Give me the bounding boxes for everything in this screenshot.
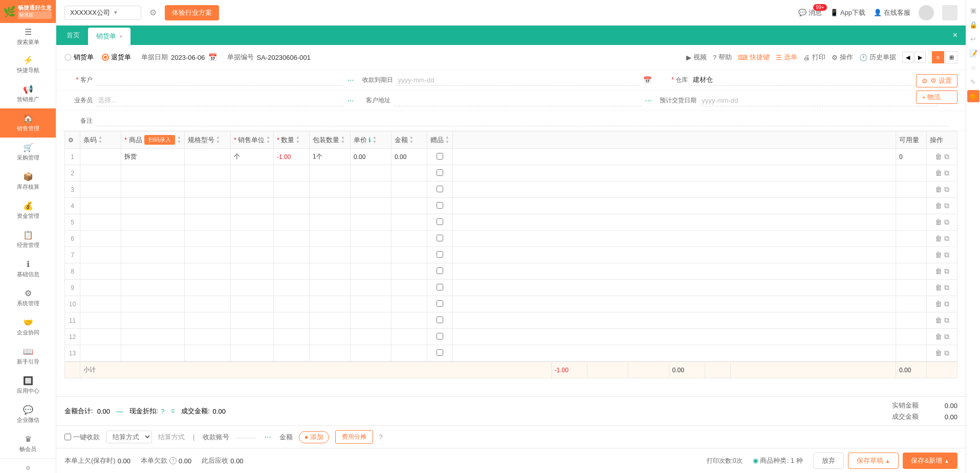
row-gift[interactable] — [427, 165, 452, 182]
sidebar-settings-btn[interactable]: ⚙ — [0, 462, 56, 473]
row-barcode[interactable] — [80, 296, 121, 312]
row-delete-icon[interactable]: 🗑 — [935, 234, 942, 243]
prev-arrow[interactable]: ◀ — [902, 52, 913, 63]
row-spec[interactable] — [184, 296, 230, 312]
right-icon-2[interactable]: 🔒 — [967, 18, 979, 31]
salesperson-dotted-btn[interactable]: ··· — [347, 96, 354, 105]
sidebar-item-quick-nav[interactable]: ⚡ 快捷导航 — [0, 50, 56, 79]
account-dotted-btn[interactable]: ··· — [262, 433, 273, 442]
row-pack-qty[interactable] — [309, 165, 350, 182]
print-action[interactable]: 🖨 打印 — [803, 53, 825, 62]
row-delete-icon[interactable]: 🗑 — [935, 169, 942, 177]
list-view-icon[interactable]: ≡ — [932, 51, 944, 63]
expense-help-icon[interactable]: ? — [379, 433, 383, 441]
save-draft-button[interactable]: 保存草稿 ▲ — [848, 453, 899, 469]
discard-button[interactable]: 放弃 — [813, 453, 844, 469]
row-qty[interactable] — [273, 231, 309, 247]
row-unit[interactable] — [230, 345, 273, 362]
customer-input[interactable] — [96, 75, 344, 86]
row-barcode[interactable] — [80, 231, 121, 247]
row-delete-icon[interactable]: 🗑 — [935, 332, 942, 341]
row-price[interactable] — [350, 182, 391, 198]
row-qty[interactable] — [273, 263, 309, 280]
radio-sales-order[interactable]: 销货单 — [64, 53, 94, 62]
row-product[interactable]: 拆货 — [121, 149, 185, 165]
row-product[interactable] — [121, 280, 185, 296]
right-icon-6[interactable]: ✎ — [967, 76, 979, 88]
one-click-payment-check[interactable] — [64, 434, 71, 440]
row-delete-icon[interactable]: 🗑 — [935, 300, 942, 308]
row-amount[interactable] — [391, 263, 427, 280]
row-amount[interactable] — [391, 231, 427, 247]
user-menu-btn[interactable] — [942, 5, 957, 20]
row-amount[interactable] — [391, 182, 427, 198]
row-barcode[interactable] — [80, 149, 121, 165]
row-pack-qty[interactable] — [309, 345, 350, 362]
settlement-method-select[interactable]: 结算方式 — [106, 431, 152, 443]
row-copy-icon[interactable]: ⧉ — [944, 201, 949, 210]
row-price[interactable] — [350, 329, 391, 345]
row-gift[interactable] — [427, 214, 452, 231]
tab-home[interactable]: 首页 — [58, 26, 88, 45]
row-barcode[interactable] — [80, 345, 121, 362]
salesperson-input[interactable]: 选择... — [96, 95, 344, 106]
row-unit[interactable] — [230, 214, 273, 231]
row-product[interactable] — [121, 214, 185, 231]
row-qty[interactable]: -1.00 — [273, 149, 309, 165]
row-delete-icon[interactable]: 🗑 — [935, 251, 942, 259]
sidebar-item-system[interactable]: ⚙ 系统管理 — [0, 283, 56, 312]
row-amount[interactable] — [391, 280, 427, 296]
scan-barcode-button[interactable]: 扫码录入 — [144, 135, 175, 145]
row-delete-icon[interactable]: 🗑 — [935, 283, 942, 292]
row-gift[interactable] — [427, 231, 452, 247]
row-amount[interactable] — [391, 296, 427, 312]
sidebar-item-sales[interactable]: 🏠 销售管理 — [0, 108, 56, 138]
row-spec[interactable] — [184, 345, 230, 362]
row-unit[interactable] — [230, 231, 273, 247]
select-action[interactable]: ☰ 选单 — [776, 53, 797, 62]
row-unit[interactable] — [230, 296, 273, 312]
row-price[interactable] — [350, 312, 391, 329]
payment-add-button[interactable]: ● 添加 — [299, 431, 329, 443]
row-gift[interactable] — [427, 296, 452, 312]
row-pack-qty[interactable] — [309, 296, 350, 312]
product-type-radio-icon[interactable]: ◉ — [753, 457, 758, 464]
row-product[interactable] — [121, 247, 185, 263]
row-amount[interactable] — [391, 198, 427, 214]
user-avatar[interactable] — [919, 5, 934, 20]
row-copy-icon[interactable]: ⧉ — [944, 185, 949, 194]
right-icon-1[interactable]: ▣ — [967, 4, 979, 16]
row-pack-qty[interactable] — [309, 214, 350, 231]
row-gift[interactable] — [427, 263, 452, 280]
row-price[interactable] — [350, 345, 391, 362]
row-delete-icon[interactable]: 🗑 — [935, 267, 942, 276]
row-product[interactable] — [121, 296, 185, 312]
row-spec[interactable] — [184, 214, 230, 231]
debit-question-icon[interactable]: ? — [169, 457, 177, 464]
row-barcode[interactable] — [80, 329, 121, 345]
row-delete-icon[interactable]: 🗑 — [935, 349, 942, 357]
row-product[interactable] — [121, 231, 185, 247]
row-pack-qty[interactable] — [309, 231, 350, 247]
collection-calendar-icon[interactable]: 📅 — [643, 76, 651, 84]
row-pack-qty[interactable] — [309, 280, 350, 296]
row-product[interactable] — [121, 329, 185, 345]
row-qty[interactable] — [273, 182, 309, 198]
row-gift[interactable] — [427, 345, 452, 362]
date-calendar-icon[interactable]: 📅 — [208, 53, 217, 61]
row-barcode[interactable] — [80, 247, 121, 263]
online-service-item[interactable]: 👤 在线客服 — [874, 8, 910, 17]
address-dotted-btn[interactable]: ··· — [645, 96, 651, 105]
row-pack-qty[interactable] — [309, 247, 350, 263]
row-barcode[interactable] — [80, 280, 121, 296]
row-amount[interactable] — [391, 165, 427, 182]
row-barcode[interactable] — [80, 214, 121, 231]
app-download-item[interactable]: 📱 App下载 — [830, 8, 865, 17]
one-click-payment-checkbox[interactable]: 一键收款 — [64, 433, 100, 442]
row-unit[interactable] — [230, 280, 273, 296]
row-amount[interactable] — [391, 345, 427, 362]
tab-close-icon[interactable]: × — [119, 33, 122, 39]
row-delete-icon[interactable]: 🗑 — [935, 316, 942, 325]
row-pack-qty[interactable]: 1个 — [309, 149, 350, 165]
row-barcode[interactable] — [80, 182, 121, 198]
